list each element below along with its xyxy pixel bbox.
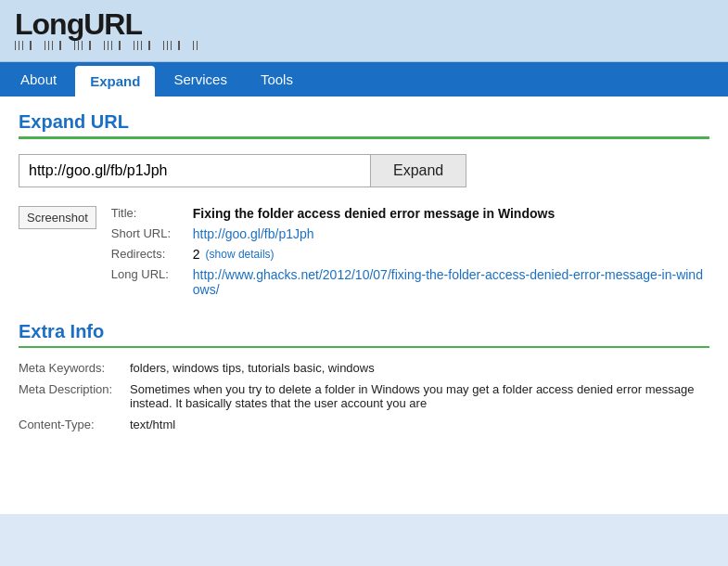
meta-description-value: Sometimes when you try to delete a folde… (130, 382, 709, 410)
main-content: Expand URL Expand Screenshot Title: Fixi… (0, 96, 728, 514)
extra-info-title: Extra Info (19, 321, 709, 342)
extra-info-divider (19, 346, 709, 348)
result-short-url-row: Short URL: http://goo.gl/fb/p1Jph (111, 226, 709, 241)
long-url-link[interactable]: http://www.ghacks.net/2012/10/07/fixing-… (193, 267, 703, 297)
logo-text: LongURL (15, 7, 142, 41)
meta-keywords-row: Meta Keywords: folders, windows tips, tu… (19, 361, 709, 375)
redirects-value: 2 (show details) (193, 247, 275, 262)
show-details-link[interactable]: (show details) (206, 248, 275, 261)
result-area: Screenshot Title: Fixing the folder acce… (19, 206, 709, 302)
meta-description-label: Meta Description: (19, 382, 130, 396)
nav-item-tools[interactable]: Tools (244, 62, 310, 96)
title-label: Title: (111, 206, 193, 220)
result-title-row: Title: Fixing the folder access denied e… (111, 206, 709, 221)
long-url-label: Long URL: (111, 267, 193, 281)
content-type-label: Content-Type: (19, 418, 130, 431)
page-title: Expand URL (19, 111, 709, 133)
result-redirects-row: Redirects: 2 (show details) (111, 247, 709, 262)
content-type-row: Content-Type: text/html (19, 418, 709, 431)
meta-keywords-label: Meta Keywords: (19, 361, 130, 375)
url-input[interactable] (19, 154, 371, 187)
logo: LongURL (15, 9, 713, 50)
meta-description-row: Meta Description: Sometimes when you try… (19, 382, 709, 410)
nav-item-expand[interactable]: Expand (75, 66, 155, 96)
header: LongURL (0, 0, 728, 62)
section-divider (19, 136, 709, 139)
screenshot-button[interactable]: Screenshot (19, 206, 96, 229)
short-url-value: http://goo.gl/fb/p1Jph (193, 226, 314, 241)
title-value: Fixing the folder access denied error me… (193, 206, 555, 221)
redirects-count: 2 (193, 247, 200, 262)
nav-item-about[interactable]: About (4, 62, 73, 96)
short-url-link[interactable]: http://goo.gl/fb/p1Jph (193, 226, 314, 241)
short-url-label: Short URL: (111, 226, 193, 240)
content-type-value: text/html (130, 418, 175, 431)
url-input-row: Expand (19, 154, 709, 187)
redirects-label: Redirects: (111, 247, 193, 261)
nav-item-services[interactable]: Services (157, 62, 244, 96)
logo-ruler (15, 41, 200, 50)
meta-keywords-value: folders, windows tips, tutorials basic, … (130, 361, 375, 375)
result-table: Title: Fixing the folder access denied e… (111, 206, 709, 302)
result-long-url-row: Long URL: http://www.ghacks.net/2012/10/… (111, 267, 709, 297)
nav: About Expand Services Tools (0, 62, 728, 96)
redirects-count-row: 2 (show details) (193, 247, 275, 262)
long-url-value: http://www.ghacks.net/2012/10/07/fixing-… (193, 267, 709, 297)
expand-button[interactable]: Expand (371, 154, 466, 187)
